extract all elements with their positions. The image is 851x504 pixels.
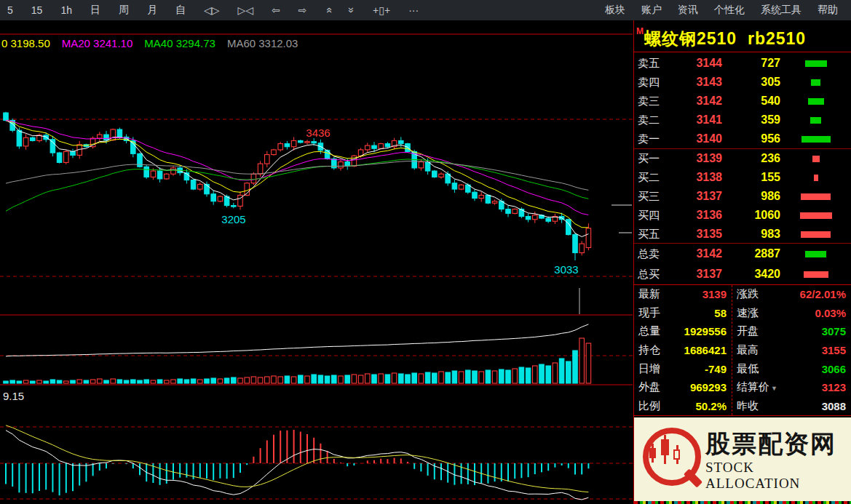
- arrow-left-icon[interactable]: ⇦: [272, 4, 280, 16]
- level-volume: 983: [722, 228, 780, 241]
- ask-row[interactable]: 卖一3140956: [634, 129, 851, 148]
- level-bar-zone: [780, 79, 851, 86]
- stat-label: 现手: [634, 306, 660, 320]
- main-menu: 板块账户资讯个性化系统工具帮助: [605, 4, 851, 17]
- merge-compare-icon[interactable]: ▷◁: [238, 4, 254, 16]
- ask-row[interactable]: 卖四3143305: [634, 73, 851, 92]
- level-label: 卖五: [634, 57, 674, 71]
- stat-row: 涨跌62/2.01%: [732, 285, 851, 304]
- bid-row[interactable]: 买一3139236: [634, 149, 851, 168]
- stat-label: 外盘: [634, 380, 660, 394]
- quote-panel: M 螺纹钢2510 rb2510 卖五3144727卖四3143305卖三314…: [633, 20, 851, 504]
- stat-row: 最高3155: [732, 341, 851, 360]
- stat-value: 1929556: [660, 325, 732, 337]
- dropdown-arrow-icon[interactable]: ▼: [771, 385, 777, 392]
- collapse-up-icon[interactable]: »: [322, 7, 333, 13]
- stat-label: 最新: [634, 287, 660, 301]
- level-label: 总卖: [634, 247, 674, 261]
- chart-area[interactable]: 3436320530339.15: [0, 0, 633, 504]
- period-button-5[interactable]: 5: [7, 4, 13, 16]
- brand-logo: 股票配资网 STOCK ALLOCATION: [634, 417, 851, 504]
- stat-value: 3066: [759, 363, 851, 375]
- quote-title: M 螺纹钢2510 rb2510: [634, 26, 851, 52]
- annotation-right-low-price: 3033: [554, 263, 578, 276]
- annotation-mid-low-price: 3205: [221, 213, 245, 225]
- level-volume-bar: [811, 79, 820, 86]
- stat-row: 现手58: [634, 304, 732, 323]
- level-volume: 986: [722, 190, 780, 203]
- period-buttons: 5151h日周月自◁▷▷◁⇦⇨»»+▯+···: [0, 4, 419, 17]
- stat-row: 总量1929556: [634, 322, 732, 341]
- ma-value-labels: 0 3198.50MA20 3241.10MA40 3294.73MA60 33…: [1, 37, 298, 49]
- level-volume: 956: [722, 132, 780, 145]
- level-volume-bar: [800, 212, 832, 219]
- stat-row: 开盘3075: [732, 322, 851, 341]
- period-button-15[interactable]: 15: [31, 4, 43, 16]
- bid-row[interactable]: 买四31361060: [634, 206, 851, 225]
- level-volume-bar: [808, 98, 824, 105]
- ma-label-2: MA40 3294.73: [144, 37, 215, 49]
- ma-label-0: 0 3198.50: [1, 37, 50, 49]
- level-volume-bar: [812, 156, 820, 162]
- level-label: 卖四: [634, 76, 674, 89]
- level-volume-bar: [804, 271, 828, 278]
- stat-row: 结算价▼3123: [732, 378, 851, 397]
- total-levels: 总卖31422887总买31373420: [634, 243, 851, 285]
- stat-value: 3123: [777, 381, 851, 393]
- level-volume: 727: [722, 57, 780, 70]
- arrow-right-icon[interactable]: ⇨: [298, 4, 307, 16]
- total-row[interactable]: 总卖31422887: [634, 244, 851, 264]
- menu-item-板块[interactable]: 板块: [605, 4, 625, 17]
- stat-label: 速涨: [732, 306, 759, 320]
- instrument-name[interactable]: 螺纹钢2510 rb2510: [644, 28, 806, 50]
- level-bar-zone: [780, 156, 851, 162]
- total-row[interactable]: 总买31373420: [634, 264, 851, 284]
- instrument-cn-name: 螺纹钢2510: [644, 29, 737, 48]
- stat-label: 最高: [732, 343, 759, 357]
- period-button-月[interactable]: 月: [147, 4, 157, 17]
- level-bar-zone: [780, 98, 851, 105]
- collapse-down-icon[interactable]: »: [346, 7, 357, 13]
- bid-row[interactable]: 买二3138155: [634, 168, 851, 187]
- level-volume: 2887: [722, 247, 780, 260]
- menu-item-个性化[interactable]: 个性化: [714, 4, 745, 17]
- level-volume: 236: [722, 152, 780, 165]
- level-bar-zone: [780, 117, 851, 124]
- period-button-1h[interactable]: 1h: [60, 4, 72, 16]
- level-label: 总买: [634, 268, 674, 281]
- ask-row[interactable]: 卖二3141359: [634, 111, 851, 129]
- more-icon[interactable]: ···: [408, 4, 419, 16]
- period-button-周[interactable]: 周: [119, 4, 129, 17]
- menu-item-账户[interactable]: 账户: [641, 4, 662, 17]
- level-price: 3142: [674, 247, 722, 260]
- bid-row[interactable]: 买三3137986: [634, 187, 851, 206]
- menu-item-帮助[interactable]: 帮助: [818, 4, 838, 17]
- level-price: 3143: [674, 76, 722, 89]
- volume-series: [4, 324, 591, 383]
- level-volume: 540: [722, 95, 780, 108]
- level-bar-zone: [780, 193, 851, 200]
- measure-icon[interactable]: +▯+: [373, 4, 390, 16]
- menu-item-系统工具[interactable]: 系统工具: [761, 4, 801, 17]
- level-price: 3137: [674, 190, 722, 203]
- stat-value: 62/2.01%: [759, 288, 851, 300]
- stat-value: 969293: [660, 381, 732, 393]
- stat-value: -749: [660, 363, 732, 375]
- chart-grid: [0, 34, 633, 499]
- bid-row[interactable]: 买五3135983: [634, 225, 851, 244]
- m-badge: M: [636, 26, 644, 36]
- level-volume: 3420: [722, 268, 780, 281]
- ask-row[interactable]: 卖三3142540: [634, 92, 851, 111]
- level-price: 3138: [674, 171, 722, 184]
- period-button-自[interactable]: 自: [175, 4, 186, 17]
- menu-item-资讯[interactable]: 资讯: [678, 4, 698, 17]
- level-label: 买五: [634, 228, 674, 241]
- bid-levels: 买一3139236买二3138155买三3137986买四31361060买五3…: [634, 148, 851, 244]
- macd-panel-value: 9.15: [3, 390, 24, 402]
- stat-row: 外盘969293: [634, 378, 732, 397]
- split-compare-icon[interactable]: ◁▷: [204, 4, 220, 16]
- period-button-日[interactable]: 日: [90, 4, 100, 17]
- stat-value: 3075: [759, 325, 851, 337]
- ask-row[interactable]: 卖五3144727: [634, 54, 851, 73]
- level-volume-bar: [801, 231, 831, 238]
